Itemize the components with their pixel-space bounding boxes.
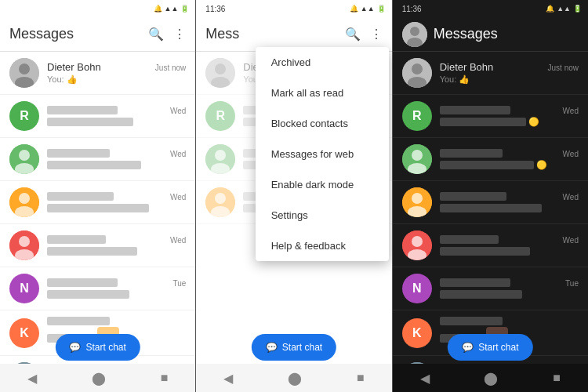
recents-icon[interactable]: ■ xyxy=(161,371,169,385)
menu-item-help[interactable]: Help & feedback xyxy=(256,230,389,261)
blurred-name xyxy=(440,235,499,244)
list-item[interactable]: Dieter Bohn Just now You: 👍 xyxy=(393,52,588,95)
status-icons-3: 🔔 ▲▲ 🔋 xyxy=(546,5,582,13)
blurred-name xyxy=(47,235,106,244)
message-content: Wed xyxy=(47,192,186,213)
alarm-icon: 🔔 xyxy=(154,5,162,13)
list-item[interactable]: Wed xyxy=(0,224,195,267)
message-content: Wed xyxy=(47,106,186,127)
avatar xyxy=(9,230,39,260)
avatar xyxy=(402,187,432,217)
start-chat-label-2: Start chat xyxy=(282,342,322,353)
avatar: K xyxy=(402,318,432,348)
menu-item-blocked[interactable]: Blocked contacts xyxy=(256,108,389,139)
blurred-name xyxy=(47,278,118,287)
recents-icon-2[interactable]: ■ xyxy=(357,371,365,385)
recents-icon-3[interactable]: ■ xyxy=(553,371,561,385)
avatar xyxy=(402,230,432,260)
time-label: Wed xyxy=(563,236,579,245)
list-item[interactable]: Wed 🟡 xyxy=(393,138,588,181)
start-chat-label-3: Start chat xyxy=(478,342,518,353)
time-label: Wed xyxy=(170,236,186,245)
avatar: N xyxy=(9,274,39,303)
nav-bar-3: ◀ ⬤ ■ xyxy=(393,364,588,392)
back-icon-3[interactable]: ◀ xyxy=(420,371,430,386)
avatar: R xyxy=(9,101,39,131)
app-title-1: Messages xyxy=(9,26,74,42)
contact-name: Dieter Bohn xyxy=(440,61,494,73)
menu-item-messages-web[interactable]: Messages for web xyxy=(256,139,389,169)
home-icon[interactable]: ⬤ xyxy=(92,371,106,386)
blurred-preview xyxy=(47,118,133,126)
start-chat-label: Start chat xyxy=(85,342,125,353)
start-chat-button[interactable]: 💬 Start chat xyxy=(55,334,140,361)
blurred-preview xyxy=(440,247,530,256)
svg-point-25 xyxy=(410,27,419,36)
start-chat-button-3[interactable]: 💬 Start chat xyxy=(448,334,532,361)
list-item[interactable]: Wed xyxy=(393,181,588,224)
status-icons-1: 🔔 ▲▲ 🔋 xyxy=(154,5,190,13)
time-label: Wed xyxy=(170,107,186,115)
list-item[interactable]: Wed xyxy=(0,138,195,181)
time-label: Wed xyxy=(170,150,186,158)
status-bar-3: 11:36 🔔 ▲▲ 🔋 xyxy=(393,0,588,17)
header-icons-2: 🔍 ⋮ xyxy=(345,27,383,42)
nav-bar-1: ◀ ⬤ ■ xyxy=(0,364,195,392)
panel-light-no-menu: 🔔 ▲▲ 🔋 Messages 🔍 ⋮ xyxy=(0,0,195,392)
avatar xyxy=(9,58,39,88)
time-label: Tue xyxy=(172,279,186,288)
avatar-svg xyxy=(9,58,39,88)
list-item[interactable]: Wed xyxy=(393,224,588,267)
message-content: Tue xyxy=(440,278,579,299)
search-icon-2[interactable]: 🔍 xyxy=(345,27,361,42)
svg-point-19 xyxy=(215,150,226,161)
avatar xyxy=(402,144,432,174)
blurred-preview xyxy=(47,247,137,256)
status-time-2: 11:36 xyxy=(205,5,225,13)
blurred-preview xyxy=(440,161,534,169)
time-label: Wed xyxy=(170,193,186,201)
svg-point-7 xyxy=(19,193,30,204)
message-list-3: Dieter Bohn Just now You: 👍 R Wed 🟡 xyxy=(393,52,588,364)
menu-item-dark-mode[interactable]: Enable dark mode xyxy=(256,169,389,200)
status-bar-2: 11:36 🔔 ▲▲ 🔋 xyxy=(196,0,391,17)
list-item[interactable]: Wed xyxy=(0,181,195,224)
list-item[interactable]: R Wed 🟡 xyxy=(393,95,588,138)
preview-text: You: 👍 xyxy=(47,74,186,85)
back-icon[interactable]: ◀ xyxy=(27,371,37,386)
list-item[interactable]: R Wed xyxy=(0,95,195,138)
message-content: Wed xyxy=(47,235,186,256)
header-avatar xyxy=(402,22,427,47)
start-chat-button-2[interactable]: 💬 Start chat xyxy=(252,334,336,361)
menu-item-settings[interactable]: Settings xyxy=(256,200,389,230)
time-label: Wed xyxy=(563,107,579,115)
message-content: Wed xyxy=(47,149,186,170)
more-icon-2[interactable]: ⋮ xyxy=(370,27,383,42)
status-time-3: 11:36 xyxy=(402,5,422,13)
home-icon-2[interactable]: ⬤ xyxy=(288,371,302,386)
message-content: Wed xyxy=(440,235,579,256)
list-item[interactable]: N Tue xyxy=(393,267,588,310)
app-title-3: Messages xyxy=(434,26,579,42)
menu-item-mark-read[interactable]: Mark all as read xyxy=(256,78,389,108)
time-label: Wed xyxy=(563,150,579,158)
list-item[interactable]: N Tue xyxy=(0,267,195,310)
list-item[interactable]: Dieter Bohn Just now You: 👍 xyxy=(0,52,195,95)
blurred-name xyxy=(47,149,110,158)
contact-name: Dieter Bohn xyxy=(47,61,101,73)
avatar xyxy=(402,58,432,88)
menu-item-archived[interactable]: Archived xyxy=(256,47,389,78)
message-content: Wed 🟡 xyxy=(440,106,579,127)
avatar xyxy=(9,144,39,174)
avatar: K xyxy=(9,318,39,348)
status-icons-2: 🔔 ▲▲ 🔋 xyxy=(350,5,386,13)
search-icon[interactable]: 🔍 xyxy=(148,27,164,42)
blurred-name xyxy=(440,192,506,201)
home-icon-3[interactable]: ⬤ xyxy=(484,371,498,386)
alarm-icon-3: 🔔 xyxy=(546,5,554,13)
blurred-name xyxy=(440,317,503,325)
more-icon[interactable]: ⋮ xyxy=(173,27,186,42)
blurred-name xyxy=(440,106,510,114)
battery-icon-3: 🔋 xyxy=(573,5,582,13)
back-icon-2[interactable]: ◀ xyxy=(223,371,233,386)
